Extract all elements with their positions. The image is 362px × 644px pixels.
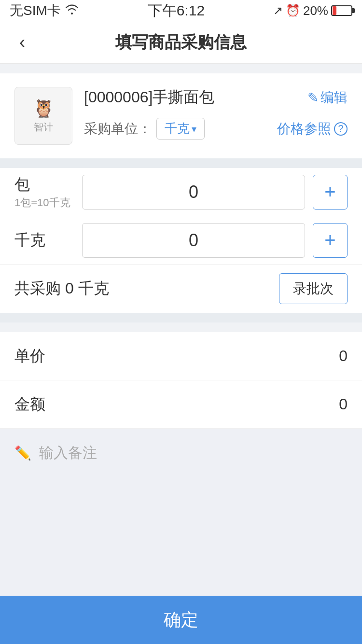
unit-label-text: 采购单位： xyxy=(84,120,152,138)
bao-value: 0 xyxy=(189,182,198,202)
purchase-unit-row: 采购单位： 千克 ▾ 价格参照 ? xyxy=(84,118,348,140)
kg-label-group: 千克 xyxy=(14,230,72,251)
status-right: ↗ ⏰ 20% xyxy=(273,3,352,18)
product-name-row: [0000006]手撕面包 ✎ 编辑 xyxy=(84,87,348,108)
edit-icon: ✎ xyxy=(307,90,319,106)
product-title: 手撕面包 xyxy=(153,88,214,106)
confirm-button[interactable]: 确定 xyxy=(0,596,362,644)
section-divider-2 xyxy=(0,313,362,322)
info-circle-icon: ? xyxy=(334,122,348,136)
price-ref-label: 价格参照 xyxy=(277,120,331,138)
amount-value: 0 xyxy=(339,395,348,413)
bao-plus-button[interactable]: + xyxy=(313,175,348,210)
location-icon: ↗ xyxy=(273,4,283,17)
status-left: 无SIM卡 xyxy=(10,1,79,20)
kg-plus-button[interactable]: + xyxy=(313,223,348,258)
bao-label: 包 xyxy=(14,174,72,196)
confirm-label: 确定 xyxy=(164,608,198,632)
wifi-icon xyxy=(65,3,79,18)
batch-button[interactable]: 录批次 xyxy=(279,273,348,304)
page-title: 填写商品采购信息 xyxy=(115,31,247,54)
kg-label: 千克 xyxy=(14,230,72,251)
section-divider-1 xyxy=(0,158,362,168)
battery-fill xyxy=(333,6,336,15)
unit-value: 千克 xyxy=(165,120,190,137)
notes-placeholder: 输入备注 xyxy=(39,443,97,463)
kg-input-field[interactable]: 0 xyxy=(82,223,305,258)
product-card: 🦉 智计 [0000006]手撕面包 ✎ 编辑 采购单位： 千克 ▾ 价格参照 xyxy=(0,73,362,158)
product-image: 🦉 智计 xyxy=(14,87,72,145)
kg-input-row: 千克 0 + xyxy=(0,216,362,265)
total-text: 共采购 0 千克 xyxy=(14,278,109,299)
status-bar: 无SIM卡 下午6:12 ↗ ⏰ 20% xyxy=(0,0,362,21)
unit-price-row: 单价 0 xyxy=(0,332,362,380)
carrier-text: 无SIM卡 xyxy=(10,1,61,20)
nav-bar: ‹ 填写商品采购信息 xyxy=(0,21,362,64)
bao-input-row: 包 1包=10千克 0 + xyxy=(0,168,362,216)
amount-label: 金额 xyxy=(14,394,45,415)
pencil-icon: ✏️ xyxy=(14,445,31,461)
product-name: [0000006]手撕面包 xyxy=(84,87,214,108)
bao-input-field[interactable]: 0 xyxy=(82,175,305,210)
unit-price-label: 单价 xyxy=(14,346,45,367)
purchase-unit-label: 采购单位： 千克 ▾ xyxy=(84,118,205,140)
bao-label-group: 包 1包=10千克 xyxy=(14,174,72,210)
product-owl-icon: 🦉 xyxy=(33,98,55,119)
product-image-label: 智计 xyxy=(34,121,53,134)
price-ref-button[interactable]: 价格参照 ? xyxy=(277,120,348,138)
battery-icon xyxy=(331,5,352,16)
amount-row: 金额 0 xyxy=(0,380,362,429)
unit-price-value: 0 xyxy=(339,347,348,365)
alarm-icon: ⏰ xyxy=(286,4,300,17)
unit-select[interactable]: 千克 ▾ xyxy=(156,118,205,140)
notes-section[interactable]: ✏️ 输入备注 xyxy=(0,429,362,477)
back-button[interactable]: ‹ xyxy=(14,28,30,57)
edit-label: 编辑 xyxy=(320,88,348,107)
edit-button[interactable]: ✎ 编辑 xyxy=(307,88,348,107)
kg-value: 0 xyxy=(189,230,198,251)
product-info: [0000006]手撕面包 ✎ 编辑 采购单位： 千克 ▾ 价格参照 ? xyxy=(84,87,348,140)
status-time: 下午6:12 xyxy=(148,1,205,21)
battery-percent: 20% xyxy=(303,3,328,18)
bao-sublabel: 1包=10千克 xyxy=(14,196,72,210)
product-code: [0000006] xyxy=(84,88,153,106)
total-row: 共采购 0 千克 录批次 xyxy=(0,265,362,313)
chevron-down-icon: ▾ xyxy=(192,123,196,135)
input-section: 包 1包=10千克 0 + 千克 0 + 共采购 0 千克 录批次 xyxy=(0,168,362,313)
info-section: 单价 0 金额 0 xyxy=(0,332,362,429)
